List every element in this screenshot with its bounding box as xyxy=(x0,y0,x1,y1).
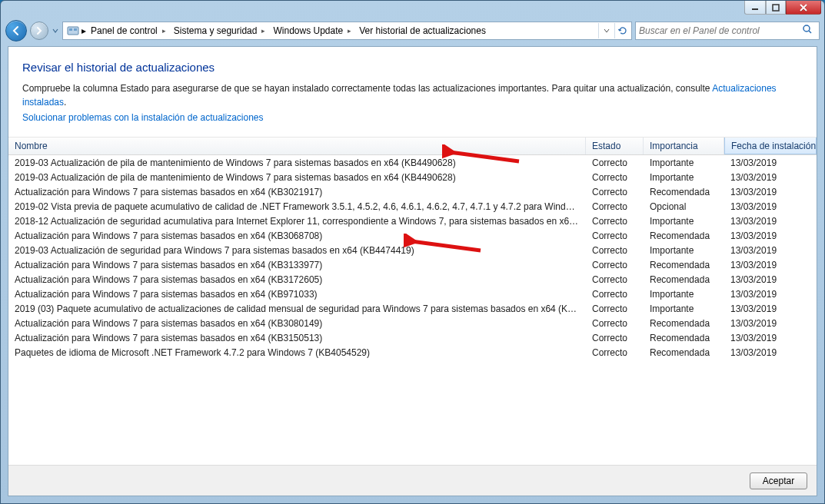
cell-importance: Recomendada xyxy=(644,187,724,197)
cell-date: 13/03/2019 xyxy=(724,333,817,343)
cell-name: Actualización para Windows 7 para sistem… xyxy=(8,230,586,241)
cell-importance: Recomendada xyxy=(644,347,724,358)
cell-name: Actualización para Windows 7 para sistem… xyxy=(8,333,586,343)
cell-date: 13/03/2019 xyxy=(724,216,817,227)
cell-date: 13/03/2019 xyxy=(724,230,817,241)
cell-importance: Importante xyxy=(644,303,724,314)
svg-rect-1 xyxy=(773,5,779,11)
cell-name: Actualización para Windows 7 para sistem… xyxy=(8,318,586,329)
cell-importance: Importante xyxy=(644,289,724,300)
table-header: Nombre Estado Importancia Fecha de insta… xyxy=(8,137,817,155)
cell-date: 13/03/2019 xyxy=(724,303,817,314)
cell-name: 2019-03 Actualización de seguridad para … xyxy=(8,245,586,256)
chevron-right-icon: ▸ xyxy=(82,25,86,36)
window: ▸ Panel de control▸ Sistema y seguridad▸… xyxy=(0,0,825,504)
cell-importance: Recomendada xyxy=(644,318,724,329)
cell-importance: Recomendada xyxy=(644,274,724,285)
breadcrumb-item[interactable]: Ver historial de actualizaciones xyxy=(356,25,489,36)
table-row[interactable]: 2018-12 Actualización de seguridad acumu… xyxy=(8,214,817,228)
ok-button[interactable]: Aceptar xyxy=(750,472,807,489)
cell-name: Actualización para Windows 7 para sistem… xyxy=(8,260,586,270)
page-description: Compruebe la columna Estado para asegura… xyxy=(22,81,803,109)
cell-status: Correcto xyxy=(586,274,644,285)
dialog-footer: Aceptar xyxy=(8,465,817,496)
breadcrumb-item[interactable]: Sistema y seguridad▸ xyxy=(171,25,269,36)
cell-name: 2018-12 Actualización de seguridad acumu… xyxy=(8,216,586,227)
cell-name: 2019 (03) Paquete acumulativo de actuali… xyxy=(8,303,586,314)
cell-status: Correcto xyxy=(586,187,644,197)
description-text: . xyxy=(64,97,66,108)
svg-rect-3 xyxy=(69,28,72,31)
cell-name: Actualización para Windows 7 para sistem… xyxy=(8,187,586,197)
cell-status: Correcto xyxy=(586,216,644,227)
cell-date: 13/03/2019 xyxy=(724,201,817,212)
cell-date: 13/03/2019 xyxy=(724,274,817,285)
cell-name: Paquetes de idioma de Microsoft .NET Fra… xyxy=(8,347,586,358)
search-box[interactable] xyxy=(635,22,820,40)
column-name[interactable]: Nombre xyxy=(8,138,586,154)
cell-status: Correcto xyxy=(586,245,644,256)
breadcrumb-item[interactable]: Windows Update▸ xyxy=(270,25,354,36)
cell-status: Correcto xyxy=(586,333,644,343)
table-row[interactable]: Actualización para Windows 7 para sistem… xyxy=(8,330,817,345)
cell-date: 13/03/2019 xyxy=(724,187,817,197)
table-row[interactable]: Actualización para Windows 7 para sistem… xyxy=(8,184,817,199)
cell-importance: Recomendada xyxy=(644,333,724,343)
cell-date: 13/03/2019 xyxy=(724,245,817,256)
cell-status: Correcto xyxy=(586,303,644,314)
table-row[interactable]: 2019-03 Actualización de seguridad para … xyxy=(8,243,817,257)
table-row[interactable]: Paquetes de idioma de Microsoft .NET Fra… xyxy=(8,345,817,360)
control-panel-icon xyxy=(66,24,80,38)
breadcrumb-label: Sistema y seguridad xyxy=(174,25,258,36)
cell-date: 13/03/2019 xyxy=(724,260,817,270)
nav-bar: ▸ Panel de control▸ Sistema y seguridad▸… xyxy=(1,18,824,43)
table-body[interactable]: 2019-03 Actualización de pila de manteni… xyxy=(8,155,817,465)
breadcrumb-item[interactable]: Panel de control▸ xyxy=(88,25,169,36)
cell-status: Correcto xyxy=(586,172,644,183)
minimize-button[interactable] xyxy=(744,1,766,15)
breadcrumb-label: Windows Update xyxy=(273,25,343,36)
forward-button[interactable] xyxy=(30,22,48,40)
table-row[interactable]: Actualización para Windows 7 para sistem… xyxy=(8,287,817,301)
cell-name: Actualización para Windows 7 para sistem… xyxy=(8,274,586,285)
search-input[interactable] xyxy=(639,25,802,36)
table-row[interactable]: Actualización para Windows 7 para sistem… xyxy=(8,272,817,287)
cell-date: 13/03/2019 xyxy=(724,347,817,358)
column-status[interactable]: Estado xyxy=(586,138,644,154)
search-icon xyxy=(802,24,816,37)
back-button[interactable] xyxy=(5,20,27,41)
close-button[interactable] xyxy=(786,1,821,15)
maximize-button[interactable] xyxy=(766,1,786,15)
cell-date: 13/03/2019 xyxy=(724,318,817,329)
cell-name: Actualización para Windows 7 para sistem… xyxy=(8,289,586,300)
svg-rect-0 xyxy=(752,8,758,10)
cell-name: 2019-03 Actualización de pila de manteni… xyxy=(8,158,586,168)
cell-date: 13/03/2019 xyxy=(724,158,817,168)
cell-importance: Importante xyxy=(644,172,724,183)
refresh-button[interactable] xyxy=(614,23,630,38)
svg-rect-4 xyxy=(74,28,77,31)
column-date[interactable]: Fecha de instalación xyxy=(724,138,817,154)
cell-status: Correcto xyxy=(586,318,644,329)
cell-importance: Importante xyxy=(644,245,724,256)
description-text: Compruebe la columna Estado para asegura… xyxy=(22,83,712,94)
svg-point-5 xyxy=(803,25,810,32)
table-row[interactable]: 2019-03 Actualización de pila de manteni… xyxy=(8,155,817,170)
table-row[interactable]: Actualización para Windows 7 para sistem… xyxy=(8,228,817,243)
address-dropdown-button[interactable] xyxy=(598,23,614,38)
table-row[interactable]: Actualización para Windows 7 para sistem… xyxy=(8,316,817,330)
column-importance[interactable]: Importancia xyxy=(644,138,724,154)
chevron-right-icon: ▸ xyxy=(162,27,166,35)
table-row[interactable]: 2019 (03) Paquete acumulativo de actuali… xyxy=(8,301,817,316)
troubleshoot-link[interactable]: Solucionar problemas con la instalación … xyxy=(22,112,264,123)
table-row[interactable]: 2019-03 Actualización de pila de manteni… xyxy=(8,170,817,184)
cell-name: 2019-02 Vista previa de paquete acumulat… xyxy=(8,201,586,212)
address-bar[interactable]: ▸ Panel de control▸ Sistema y seguridad▸… xyxy=(62,22,632,40)
table-row[interactable]: Actualización para Windows 7 para sistem… xyxy=(8,257,817,272)
cell-date: 13/03/2019 xyxy=(724,289,817,300)
history-dropdown-icon[interactable] xyxy=(52,25,59,36)
breadcrumb-label: Panel de control xyxy=(91,25,158,36)
table-row[interactable]: 2019-02 Vista previa de paquete acumulat… xyxy=(8,199,817,214)
cell-status: Correcto xyxy=(586,158,644,168)
page-title: Revisar el historial de actualizaciones xyxy=(22,61,803,74)
